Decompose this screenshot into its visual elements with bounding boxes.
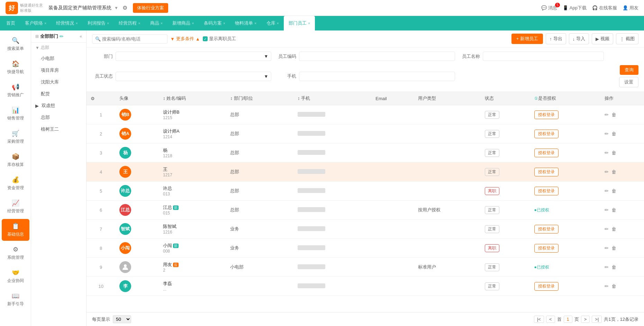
close-icon[interactable]: × bbox=[138, 21, 140, 25]
user-area[interactable]: 👤 用友 bbox=[623, 5, 638, 11]
delete-icon[interactable]: 🗑 bbox=[611, 150, 616, 156]
delete-icon[interactable]: 🗑 bbox=[611, 169, 616, 175]
import-button[interactable]: ↓导入 bbox=[569, 33, 589, 44]
phone-input[interactable] bbox=[299, 72, 455, 81]
tab-new-goods[interactable]: 新增商品 × bbox=[167, 16, 199, 30]
tab-operation[interactable]: 经营情况 × bbox=[51, 16, 82, 30]
nav-item-shortcut[interactable]: 🏠 快捷导航 bbox=[2, 56, 29, 78]
dept-item-hq[interactable]: 总部 bbox=[31, 112, 86, 123]
emp-name-input[interactable] bbox=[483, 52, 604, 61]
close-icon[interactable]: × bbox=[277, 21, 279, 25]
next-page-btn[interactable]: > bbox=[581, 316, 590, 323]
close-icon[interactable]: × bbox=[308, 21, 310, 25]
delete-icon[interactable]: 🗑 bbox=[611, 283, 616, 289]
settings-icon[interactable]: ⚙ bbox=[123, 5, 127, 11]
add-employee-button[interactable]: + 新增员工 bbox=[511, 34, 543, 44]
more-button[interactable]: ⋮截图 bbox=[616, 33, 638, 44]
dept-item-delivery[interactable]: 配货 bbox=[31, 88, 86, 100]
online-service-btn[interactable]: 🎧 在线客服 bbox=[592, 5, 617, 11]
close-icon[interactable]: × bbox=[254, 21, 256, 25]
nav-item-guide[interactable]: 📖 新手引导 bbox=[2, 289, 29, 310]
nav-item-purchase[interactable]: 🛒 采购管理 bbox=[2, 126, 29, 148]
close-icon[interactable]: × bbox=[192, 21, 194, 25]
search-box[interactable]: 🔍 bbox=[92, 34, 167, 44]
tab-dept-employee[interactable]: 部门员工 × bbox=[284, 16, 315, 30]
delete-icon[interactable]: 🗑 bbox=[611, 226, 616, 232]
edit-icon[interactable]: ✏ bbox=[605, 226, 609, 232]
emp-code-input[interactable] bbox=[299, 52, 455, 61]
dept-item-shenyang[interactable]: 沈阳大库 bbox=[31, 76, 86, 88]
tab-profit[interactable]: 利润报告 × bbox=[83, 16, 114, 30]
col-settings[interactable]: ⚙ bbox=[87, 92, 115, 105]
close-icon[interactable]: × bbox=[223, 21, 225, 25]
dept-item-project[interactable]: 项目库房 bbox=[31, 64, 86, 76]
auth-login-button[interactable]: 授权登录 bbox=[534, 187, 559, 195]
col-name[interactable]: ↕ 姓名/编码 bbox=[159, 92, 226, 105]
set-button[interactable]: 设置 bbox=[619, 77, 638, 87]
delete-icon[interactable]: 🗑 bbox=[611, 264, 616, 270]
nav-item-marketing[interactable]: 📢 营销推广 bbox=[2, 80, 29, 102]
first-page-btn[interactable]: |< bbox=[534, 316, 544, 323]
edit-icon[interactable]: ✏ bbox=[605, 169, 609, 175]
delete-icon[interactable]: 🗑 bbox=[611, 207, 616, 213]
prev-page-btn[interactable]: < bbox=[546, 316, 555, 323]
edit-icon[interactable]: ✏ bbox=[605, 131, 609, 136]
delete-icon[interactable]: 🗑 bbox=[611, 131, 616, 136]
auth-login-button[interactable]: 授权登录 bbox=[534, 168, 559, 176]
filter-btn[interactable]: ▼ 更多条件 ▲ bbox=[170, 36, 200, 42]
delete-icon[interactable]: 🗑 bbox=[611, 112, 616, 117]
tab-history[interactable]: 经营历程 × bbox=[114, 16, 145, 30]
dept-edit-icon[interactable]: ✏ bbox=[60, 34, 64, 39]
delete-icon[interactable]: 🗑 bbox=[611, 188, 616, 194]
edit-icon[interactable]: ✏ bbox=[605, 245, 609, 251]
col-dept[interactable]: ↕ 部门/职位 bbox=[226, 92, 293, 105]
nav-item-operations[interactable]: 📈 经营管理 bbox=[2, 196, 29, 218]
auth-login-button[interactable]: 授权登录 bbox=[534, 111, 559, 119]
emp-status-select[interactable]: ▼ bbox=[116, 72, 271, 81]
per-page-select[interactable]: 50 100 bbox=[113, 315, 131, 323]
dept-collapse-icon[interactable]: « bbox=[80, 34, 82, 39]
auth-login-button[interactable]: 授权登录 bbox=[534, 130, 559, 138]
edit-icon[interactable]: ✏ bbox=[605, 207, 609, 213]
nav-item-sales[interactable]: 📊 销售管理 bbox=[2, 103, 29, 125]
nav-item-basic-info[interactable]: 📋 基础信息 bbox=[2, 219, 29, 241]
edit-icon[interactable]: ✏ bbox=[605, 188, 609, 194]
close-icon[interactable]: × bbox=[107, 21, 109, 25]
query-button[interactable]: 查询 bbox=[620, 65, 638, 75]
dept-item-planting[interactable]: 植树王二 bbox=[31, 123, 86, 135]
edit-icon[interactable]: ✏ bbox=[605, 283, 609, 289]
auth-login-button[interactable]: 授权登录 bbox=[534, 225, 559, 234]
nav-item-collab[interactable]: 🤝 企业协同 bbox=[2, 265, 29, 287]
tab-barcode[interactable]: 条码方案 × bbox=[199, 16, 230, 30]
dept-group-header[interactable]: ▼ 总部 bbox=[31, 43, 86, 53]
edit-icon[interactable]: ✏ bbox=[605, 264, 609, 270]
last-page-btn[interactable]: >| bbox=[592, 316, 602, 323]
close-icon[interactable]: × bbox=[161, 21, 163, 25]
nav-item-inventory[interactable]: 📦 库存核算 bbox=[2, 149, 29, 171]
dropdown-arrow-icon[interactable]: ▼ bbox=[114, 6, 118, 10]
col-phone[interactable]: ↕ 手机 bbox=[293, 92, 371, 105]
tab-bom[interactable]: 物料清单 × bbox=[230, 16, 261, 30]
tab-customer[interactable]: 客户联络 × bbox=[20, 16, 51, 30]
tab-warehouse[interactable]: 仓库 × bbox=[262, 16, 284, 30]
app-download-btn[interactable]: 📱 App下载 bbox=[563, 5, 587, 11]
auth-login-button[interactable]: 授权登录 bbox=[534, 149, 559, 157]
tab-goods[interactable]: 商品 × bbox=[145, 16, 167, 30]
video-button[interactable]: ▶视频 bbox=[592, 33, 613, 44]
dept-item-double[interactable]: ▶ 双虚想 bbox=[31, 100, 86, 112]
trial-button[interactable]: 体验行业方案 bbox=[133, 3, 168, 13]
show-former-checkbox[interactable]: ✓ 显示离职员工 bbox=[203, 36, 236, 42]
search-input[interactable] bbox=[102, 36, 164, 42]
dept-select[interactable]: ▼ bbox=[116, 52, 271, 61]
auth-login-button[interactable]: 授权登录 bbox=[534, 244, 559, 253]
auth-login-button[interactable]: 授权登录 bbox=[534, 282, 559, 291]
edit-icon[interactable]: ✏ bbox=[605, 112, 609, 117]
dept-item-small-elec[interactable]: 小电部 bbox=[31, 53, 86, 64]
nav-item-finance[interactable]: 💰 资金管理 bbox=[2, 173, 29, 194]
message-btn[interactable]: 💬 消息 5 bbox=[541, 5, 557, 11]
tab-home[interactable]: 首页 bbox=[1, 16, 20, 30]
nav-item-search[interactable]: 🔍 搜索菜单 bbox=[2, 33, 29, 55]
nav-item-system[interactable]: ⚙ 系统管理 bbox=[2, 242, 29, 264]
close-icon[interactable]: × bbox=[75, 21, 78, 25]
delete-icon[interactable]: 🗑 bbox=[611, 245, 616, 251]
